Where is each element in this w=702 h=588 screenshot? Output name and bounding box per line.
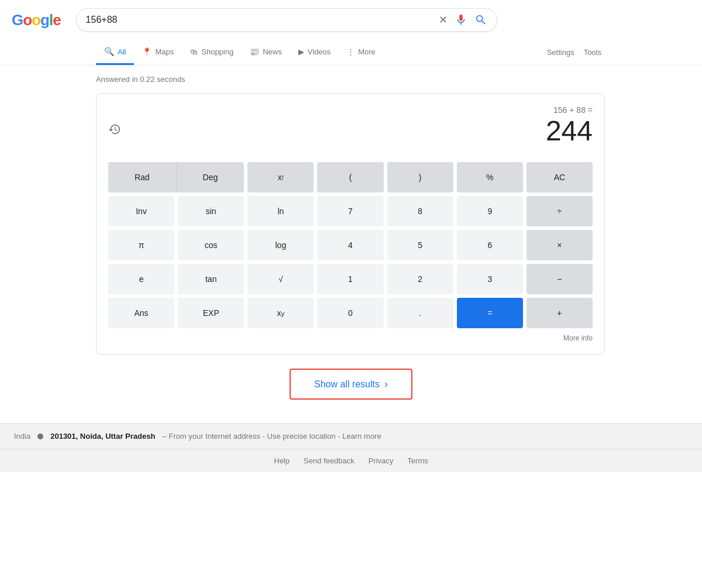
factorial-button[interactable]: x! [247,162,314,192]
multiply-button[interactable]: × [526,230,593,260]
percent-button[interactable]: % [457,162,523,192]
2-button[interactable]: 2 [387,264,453,294]
footer-country: India [14,432,30,441]
rad-deg-container: Rad Deg [108,162,244,192]
privacy-link[interactable]: Privacy [369,456,394,465]
equals-button[interactable]: = [457,298,523,328]
logo-e: e [53,11,60,29]
e-button[interactable]: e [108,264,174,294]
all-icon: 🔍 [104,47,114,56]
show-all-button[interactable]: Show all results › [290,369,412,400]
footer-location: India 201301, Noida, Uttar Pradesh – Fro… [0,423,702,449]
open-paren-button[interactable]: ( [317,162,383,192]
footer-links: Help Send feedback Privacy Terms [0,449,702,472]
4-button[interactable]: 4 [317,230,383,260]
nav-item-all[interactable]: 🔍 All [96,40,134,65]
nav-item-more[interactable]: ⋮ More [339,40,384,65]
nav-item-videos[interactable]: ▶ Videos [290,40,339,65]
9-button[interactable]: 9 [457,196,523,226]
close-paren-button[interactable]: ) [387,162,453,192]
search-icons: ✕ [439,13,487,26]
calc-expression-text: 156 + 88 = [546,105,593,115]
subtract-button[interactable]: − [526,264,593,294]
chevron-right-icon: › [384,378,388,390]
logo-o2: o [32,11,40,29]
footer-location-detail: 201301, Noida, Uttar Pradesh [50,432,155,441]
footer-location-suffix: – From your Internet address - Use preci… [162,432,381,441]
videos-icon: ▶ [298,47,304,56]
search-button[interactable] [474,13,487,26]
logo-g2: g [40,11,49,29]
calculator-card: 156 + 88 = 244 Rad Deg x! ( ) % AC Inv s… [96,93,605,355]
power-button[interactable]: xy [247,298,314,328]
add-button[interactable]: + [526,298,593,328]
nav-all-label: All [118,47,126,56]
ln-button[interactable]: ln [247,196,314,226]
3-button[interactable]: 3 [457,264,523,294]
show-all-container: Show all results › [96,369,606,400]
divide-button[interactable]: ÷ [526,196,593,226]
7-button[interactable]: 7 [317,196,383,226]
5-button[interactable]: 5 [387,230,453,260]
sin-button[interactable]: sin [178,196,244,226]
header: Google ✕ [0,0,702,40]
1-button[interactable]: 1 [317,264,383,294]
shopping-icon: 🛍 [190,47,198,56]
calc-result-display: 244 [546,115,593,147]
exp-button[interactable]: EXP [178,298,244,328]
log-button[interactable]: log [247,230,314,260]
search-input[interactable] [86,15,433,25]
more-icon: ⋮ [347,47,355,56]
location-dot-icon [37,434,43,439]
calculator-grid: Rad Deg x! ( ) % AC Inv sin ln 7 8 9 ÷ π… [108,162,593,328]
tan-button[interactable]: tan [178,264,244,294]
logo-o1: o [23,11,32,29]
ans-button[interactable]: Ans [108,298,174,328]
ac-button[interactable]: AC [526,162,593,192]
calc-header: 156 + 88 = 244 [108,105,593,156]
nav-videos-label: Videos [308,47,331,56]
search-nav: 🔍 All 📍 Maps 🛍 Shopping 📰 News ▶ Videos … [0,40,702,66]
terms-link[interactable]: Terms [407,456,428,465]
maps-icon: 📍 [142,47,152,56]
answered-text: Answered in 0.22 seconds [96,75,606,84]
google-logo[interactable]: Google [12,11,61,29]
nav-maps-label: Maps [155,47,174,56]
deg-button[interactable]: Deg [176,162,245,192]
sqrt-button[interactable]: √ [247,264,314,294]
inv-button[interactable]: Inv [108,196,174,226]
mic-icon [455,13,467,26]
help-link[interactable]: Help [274,456,290,465]
show-all-label: Show all results [314,379,380,390]
clear-button[interactable]: ✕ [439,13,448,26]
send-feedback-link[interactable]: Send feedback [304,456,355,465]
nav-shopping-label: Shopping [201,47,233,56]
8-button[interactable]: 8 [387,196,453,226]
settings-link[interactable]: Settings [542,41,579,64]
more-info-link[interactable]: More info [108,334,593,342]
decimal-button[interactable]: . [387,298,453,328]
search-icon [474,13,487,26]
cos-button[interactable]: cos [178,230,244,260]
pi-button[interactable]: π [108,230,174,260]
calc-expression-display: 156 + 88 = 244 [546,105,593,156]
search-bar: ✕ [76,8,497,32]
history-icon[interactable] [108,123,121,139]
rad-button[interactable]: Rad [108,162,176,192]
clear-icon: ✕ [439,13,448,26]
0-button[interactable]: 0 [317,298,383,328]
6-button[interactable]: 6 [457,230,523,260]
nav-item-maps[interactable]: 📍 Maps [134,40,182,65]
nav-item-news[interactable]: 📰 News [242,40,290,65]
nav-item-shopping[interactable]: 🛍 Shopping [182,40,242,65]
nav-news-label: News [263,47,282,56]
main-content: Answered in 0.22 seconds 156 + 88 = 244 … [0,66,702,423]
tools-link[interactable]: Tools [579,41,606,64]
voice-search-button[interactable] [455,13,467,26]
logo-g: G [12,11,23,29]
news-icon: 📰 [250,47,259,56]
nav-more-label: More [358,47,376,56]
